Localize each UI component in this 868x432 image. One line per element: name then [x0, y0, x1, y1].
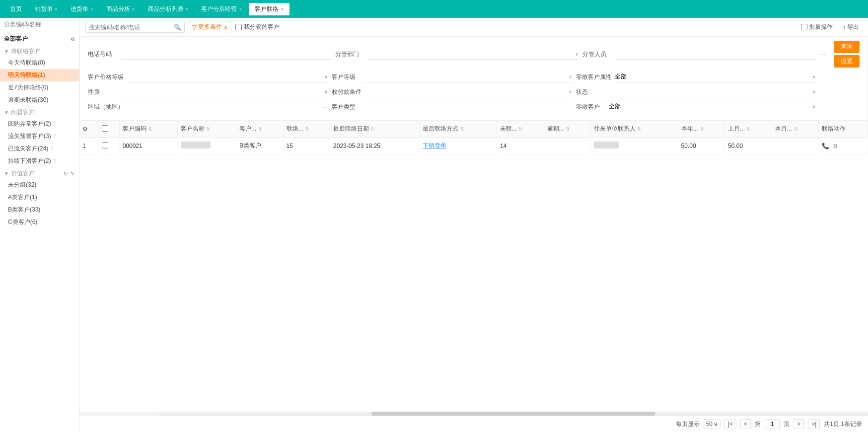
col-last-contact-method[interactable]: 最后联络方式 ⇅: [420, 121, 497, 138]
grid-action-icon[interactable]: ⊞: [832, 143, 837, 149]
top-right-buttons: 批量操作 ↑ 导出: [798, 21, 862, 33]
cell-checkbox[interactable]: [98, 138, 119, 154]
bulk-action-button[interactable]: 批量操作: [798, 21, 836, 33]
payment-select[interactable]: ∨: [364, 86, 572, 97]
nav-customer-contact[interactable]: 客户联络 ×: [249, 3, 289, 15]
sidebar-item-7days[interactable]: 近7天待联络(0): [0, 81, 79, 94]
export-icon: ↑: [843, 24, 846, 31]
close-icon[interactable]: ×: [281, 6, 284, 12]
phone-input[interactable]: [121, 49, 331, 60]
nav-purchase[interactable]: 进货单 ×: [65, 3, 99, 15]
row-checkbox[interactable]: [102, 142, 108, 148]
col-no-contact[interactable]: 未联... ⇅: [497, 121, 544, 138]
sidebar-item-class-c[interactable]: C类客户(6): [0, 216, 79, 228]
sidebar-item-overdue[interactable]: 逾期未联络(30): [0, 94, 79, 106]
close-icon[interactable]: ×: [239, 6, 242, 12]
my-customer-checkbox[interactable]: [235, 24, 242, 30]
search-input-wrap[interactable]: 🔍: [85, 22, 185, 33]
sort-icon[interactable]: ⇅: [305, 126, 309, 132]
sidebar-item-ungrouped[interactable]: 未分组(32): [0, 179, 79, 191]
sidebar-item-class-b[interactable]: B类客户(33): [0, 204, 79, 216]
nature-select[interactable]: ∨: [121, 86, 328, 97]
sort-icon[interactable]: ⇅: [258, 126, 262, 132]
filter-row-1: 电话号码 分管部门 ∨ 分管人员 ··· 查询 设置: [88, 41, 860, 68]
help-icon: ?: [53, 158, 56, 164]
customer-level-select[interactable]: ∨: [364, 72, 572, 82]
cell-last-month: 50.00: [725, 138, 772, 154]
sort-icon[interactable]: ⇅: [637, 126, 641, 132]
col-settings[interactable]: ⚙: [79, 121, 98, 138]
last-page-button[interactable]: >|: [808, 419, 820, 429]
phone-action-icon[interactable]: 📞: [822, 143, 829, 149]
col-type[interactable]: 客户... ⇅: [236, 121, 284, 138]
scrollbar-thumb[interactable]: [371, 412, 655, 416]
my-customer-checkbox-label[interactable]: 我分管的客户: [235, 23, 280, 31]
close-icon[interactable]: ×: [186, 6, 189, 12]
col-contact-person[interactable]: 往来单位联系人 ⇅: [591, 121, 678, 138]
select-all-checkbox[interactable]: [102, 125, 108, 132]
sidebar-item-class-a[interactable]: A类客户(1): [0, 191, 79, 204]
nav-analysis[interactable]: 商品分析 ×: [100, 3, 141, 15]
col-name[interactable]: 客户名称 ⇅: [177, 121, 236, 138]
filter-cell-payment: 收付款条件 ∨: [332, 86, 572, 97]
region-input[interactable]: [127, 101, 319, 112]
col-this-month[interactable]: 本月... ⇅: [772, 121, 819, 138]
retail-select[interactable]: 全部 ∨: [609, 101, 816, 112]
close-icon[interactable]: ×: [132, 6, 135, 12]
col-this-year[interactable]: 本年... ⇅: [678, 121, 725, 138]
sort-icon[interactable]: ⇅: [148, 126, 152, 132]
sort-icon[interactable]: ⇅: [518, 126, 522, 132]
query-button[interactable]: 查询: [834, 41, 860, 53]
bulk-checkbox[interactable]: [801, 24, 807, 30]
more-filter-button[interactable]: ▽ 更多条件 ∧: [189, 21, 231, 33]
col-overdue[interactable]: 逾期... ⇅: [544, 121, 591, 138]
sort-icon[interactable]: ⇅: [370, 126, 374, 132]
nav-home[interactable]: 首页: [4, 3, 28, 15]
filter-row-2: 客户价格等级 ∨ 客户等级 ∨ 零散客户属性 全部: [88, 72, 860, 82]
refresh-icon[interactable]: ↻: [63, 170, 68, 177]
first-page-button[interactable]: |<: [724, 419, 736, 429]
sort-icon[interactable]: ⇅: [206, 126, 210, 132]
sort-icon[interactable]: ⇅: [746, 126, 750, 132]
sort-icon[interactable]: ⇅: [700, 126, 704, 132]
sort-icon[interactable]: ⇅: [566, 126, 570, 132]
sidebar-item-lost[interactable]: 已流失客户(24) ?: [0, 143, 79, 155]
price-level-select[interactable]: ∨: [127, 72, 328, 82]
retail-attr-select[interactable]: 全部 ∨: [615, 72, 816, 82]
nav-sales[interactable]: 销货单 ×: [29, 3, 64, 15]
sidebar-item-today[interactable]: 今天待联络(0): [0, 57, 79, 69]
edit-icon[interactable]: ✎: [70, 170, 75, 177]
customer-type-input[interactable]: [364, 101, 572, 112]
sidebar-item-abnormal[interactable]: 回购异常客户(2) ?: [0, 118, 79, 130]
sort-icon[interactable]: ⇅: [794, 126, 797, 132]
sidebar-item-tomorrow[interactable]: 明天待联络(1): [0, 69, 79, 81]
col-last-contact-date[interactable]: 最后联络日期 ⇅: [330, 121, 420, 138]
collapse-icon[interactable]: «: [71, 34, 75, 43]
sidebar-item-declining[interactable]: 持续下滑客户(2) ?: [0, 155, 79, 167]
nav-analysis-list[interactable]: 商品分析列表 ×: [142, 3, 195, 15]
close-icon[interactable]: ×: [90, 6, 93, 12]
cell-last-contact-method[interactable]: 下销货单: [420, 138, 497, 154]
dept-select[interactable]: ∨: [368, 49, 579, 60]
person-input[interactable]: [615, 49, 817, 60]
page-size-select[interactable]: 50 ∨: [704, 419, 721, 429]
next-page-button[interactable]: >: [794, 419, 804, 429]
export-button[interactable]: ↑ 导出: [840, 21, 862, 33]
sidebar-item-churn-warning[interactable]: 流失预警客户(3) ?: [0, 130, 79, 143]
status-select[interactable]: ∨: [609, 86, 816, 97]
col-code[interactable]: 客户编码 ⇅: [119, 121, 177, 138]
more-icon[interactable]: ···: [322, 103, 328, 111]
page-number-input[interactable]: [765, 419, 780, 429]
set-button[interactable]: 设置: [834, 55, 860, 68]
close-icon[interactable]: ×: [55, 6, 58, 12]
sort-icon[interactable]: ⇅: [460, 126, 464, 132]
more-icon[interactable]: ···: [820, 50, 826, 58]
col-last-month[interactable]: 上月... ⇅: [725, 121, 772, 138]
chevron-icon: ∧: [223, 24, 228, 31]
nav-customer-tier[interactable]: 客户分层经营 ×: [195, 3, 248, 15]
search-input[interactable]: [89, 24, 172, 31]
col-contact-count[interactable]: 联络... ⇅: [283, 121, 330, 138]
prev-page-button[interactable]: <: [740, 419, 751, 429]
sidebar-search-input[interactable]: [4, 21, 78, 28]
col-checkbox[interactable]: [98, 121, 119, 138]
